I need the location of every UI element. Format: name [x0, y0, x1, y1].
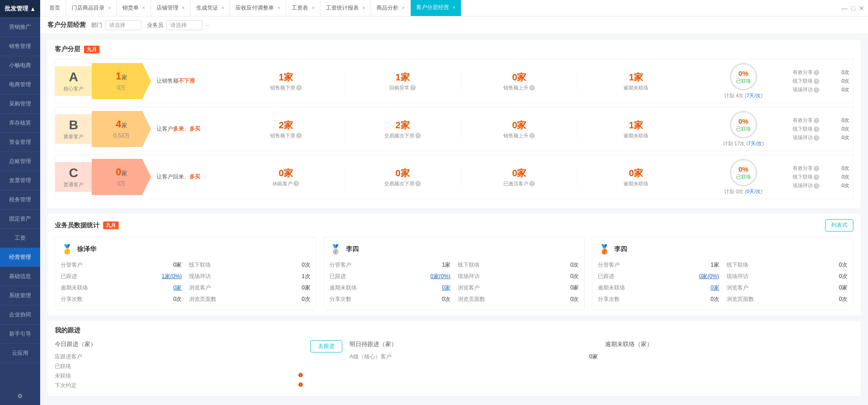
- tab-close-icon[interactable]: ✕: [859, 5, 864, 12]
- month-badge: 九月: [84, 46, 99, 53]
- sidebar-item-云应用[interactable]: 云应用: [0, 344, 40, 363]
- info-icon[interactable]: ?: [293, 181, 299, 186]
- sidebar-item-小畅电商[interactable]: 小畅电商: [0, 56, 40, 75]
- tab-工资表[interactable]: 工资表×: [286, 0, 320, 16]
- follow-title: 我的跟进: [55, 326, 853, 335]
- biz-row: 已跟进 1家(0%): [61, 272, 182, 281]
- right-stat-item: 有效分享 ? 0次: [793, 164, 849, 173]
- stat-item: 2家 销售额下滑 ?: [228, 117, 345, 141]
- tab-close-门店商品目录[interactable]: ×: [108, 5, 111, 11]
- today-follow-row: 已联络: [55, 362, 303, 371]
- tab-门店商品目录[interactable]: 门店商品目录×: [66, 0, 117, 16]
- tab-商品分析[interactable]: 商品分析×: [371, 0, 411, 16]
- go-follow-container: 去跟进: [310, 340, 342, 352]
- sidebar-item-固定资产[interactable]: 固定资产: [0, 210, 40, 229]
- sidebar-item-资金管理[interactable]: 资金管理: [0, 133, 40, 152]
- info-icon[interactable]: ?: [814, 135, 819, 141]
- info-icon[interactable]: ?: [814, 70, 819, 75]
- tab-首页[interactable]: 首页: [44, 0, 66, 16]
- sales-filter-label: 业务员: [147, 21, 163, 29]
- info-icon[interactable]: ?: [415, 181, 421, 186]
- tab-minimize-icon[interactable]: —: [842, 5, 848, 12]
- sidebar-item-基础信息[interactable]: 基础信息: [0, 267, 40, 286]
- info-icon[interactable]: ?: [814, 87, 819, 93]
- sidebar-item-企业协同[interactable]: 企业协同: [0, 305, 40, 325]
- biz-card-2: 🥉 李四 分管客户 1家 线下联络 0次 已跟进 0家(0%): [592, 237, 853, 310]
- biz-row: 逾期未联络 0家: [598, 283, 719, 293]
- tab-工资统计报表[interactable]: 工资统计报表×: [320, 0, 371, 16]
- biz-row: 已跟进 0家(0%): [329, 272, 450, 281]
- tab-close-工资表[interactable]: ×: [312, 5, 314, 11]
- info-icon[interactable]: ?: [296, 133, 302, 138]
- tab-店铺管理[interactable]: 店铺管理×: [151, 0, 191, 16]
- tab-close-生成凭证[interactable]: ×: [222, 5, 225, 11]
- info-icon[interactable]: ?: [814, 79, 819, 84]
- tab-应收应付调整单[interactable]: 应收应付调整单×: [230, 0, 286, 16]
- content-header: 客户分层经营 部门 请选择 业务员 请选择 ···: [40, 16, 868, 34]
- sidebar-item-销售管理[interactable]: 销售管理: [0, 37, 40, 56]
- info-icon[interactable]: ?: [529, 181, 535, 186]
- tier-row-A: A 核心客户 1家 0万 让销售额不下滑 1家 销售额下滑 ? 1家 回购异常 …: [55, 59, 853, 103]
- sidebar-item-系统管理[interactable]: 系统管理: [0, 286, 40, 305]
- sidebar-item-新手引导[interactable]: 新手引导: [0, 325, 40, 344]
- sidebar-item-采购管理[interactable]: 采购管理: [0, 95, 40, 114]
- dept-select[interactable]: 请选择: [105, 20, 141, 30]
- sidebar-item-工资[interactable]: 工资: [0, 229, 40, 248]
- info-icon[interactable]: ?: [296, 85, 302, 90]
- info-icon[interactable]: ?: [529, 133, 535, 138]
- sidebar-item-经营管理[interactable]: 经营管理: [0, 248, 40, 267]
- biz-row: 线下联络 0次: [458, 260, 579, 270]
- more-filter-icon[interactable]: ···: [205, 22, 210, 28]
- sales-select[interactable]: 请选择: [166, 20, 203, 30]
- sidebar-item-电商管理[interactable]: 电商管理: [0, 75, 40, 95]
- sidebar-top-item[interactable]: 批发管理 ▲: [0, 0, 40, 18]
- tab-销货单[interactable]: 销货单×: [117, 0, 151, 16]
- biz-row: 现场拜访 1次: [189, 272, 310, 281]
- tab-restore-icon[interactable]: □: [852, 5, 855, 12]
- tab-客户分层经营[interactable]: 客户分层经营×: [411, 0, 461, 16]
- biz-header: 业务员数据统计 九月 列表式: [55, 219, 853, 231]
- today-follow-block: 今日跟进（家） 应跟进客户 已联络 未联络 ❶ 下次约定 ❶: [55, 340, 303, 390]
- tab-close-工资统计报表[interactable]: ×: [362, 5, 365, 11]
- info-icon[interactable]: ?: [529, 85, 535, 90]
- go-follow-button[interactable]: 去跟进: [310, 340, 342, 352]
- tab-close-店铺管理[interactable]: ×: [182, 5, 185, 11]
- sidebar-item-库存核算[interactable]: 库存核算: [0, 114, 40, 133]
- sidebar: 批发管理 ▲ 营销推广销售管理小畅电商电商管理采购管理库存核算资金管理总账管理发…: [0, 0, 40, 405]
- info-icon[interactable]: ?: [814, 166, 819, 171]
- tab-close-应收应付调整单[interactable]: ×: [277, 5, 280, 11]
- tier-linked-B: 0% 已联络 计划 17次 (7天/次): [698, 107, 789, 151]
- today-follow-row: 下次约定 ❶: [55, 381, 303, 390]
- list-view-button[interactable]: 列表式: [825, 219, 853, 231]
- tab-close-客户分层经营[interactable]: ×: [453, 5, 455, 10]
- biz-row: 现场拜访 0次: [458, 272, 579, 281]
- biz-row: 分享次数 0次: [329, 295, 450, 304]
- stat-item: 1家 销售额下滑 ?: [228, 69, 345, 93]
- tab-close-销货单[interactable]: ×: [142, 5, 145, 11]
- right-stat-item: 现场拜访 ? 0次: [793, 85, 849, 94]
- sidebar-item-税务管理[interactable]: 税务管理: [0, 190, 40, 210]
- tier-row-C: C 普通客户 0家 0万 让客户回来、多买 0家 休眠客户 ? 0家 交易频次下…: [55, 155, 853, 199]
- right-stat-item: 有效分享 ? 0次: [793, 68, 849, 77]
- sidebar-item-营销推广[interactable]: 营销推广: [0, 18, 40, 37]
- biz-row: 浏览客户 0家: [727, 283, 847, 293]
- gear-icon[interactable]: ⚙: [0, 387, 40, 405]
- sidebar-item-总账管理[interactable]: 总账管理: [0, 152, 40, 171]
- tier-linked-C: 0% 已联络 计划 0次 (0天/次): [698, 155, 789, 199]
- biz-row: 浏览页面数 0次: [189, 295, 310, 304]
- biz-row: 分享次数 0次: [61, 295, 182, 304]
- tab-close-商品分析[interactable]: ×: [402, 5, 405, 11]
- info-icon[interactable]: ?: [814, 118, 819, 123]
- info-icon[interactable]: ?: [814, 126, 819, 132]
- sidebar-item-发票管理[interactable]: 发票管理: [0, 171, 40, 190]
- tier-linked-A: 0% 已联络 计划 4次 (7天/次): [698, 59, 789, 103]
- biz-row: 逾期未联络 0家: [61, 283, 182, 293]
- biz-row: 线下联络 0次: [189, 260, 310, 270]
- tier-row-B: B 重要客户 4家 0.53万 让客户多来、多买 2家 销售额下滑 ? 2家 交…: [55, 107, 853, 151]
- info-icon[interactable]: ?: [415, 133, 421, 138]
- info-icon[interactable]: ?: [814, 174, 819, 180]
- info-icon[interactable]: ?: [410, 85, 416, 90]
- tab-生成凭证[interactable]: 生成凭证×: [191, 0, 230, 16]
- biz-stats-section: 业务员数据统计 九月 列表式 🥇 徐泽华 分管客户 0家 线下联络 0次: [47, 214, 861, 316]
- info-icon[interactable]: ?: [814, 183, 819, 189]
